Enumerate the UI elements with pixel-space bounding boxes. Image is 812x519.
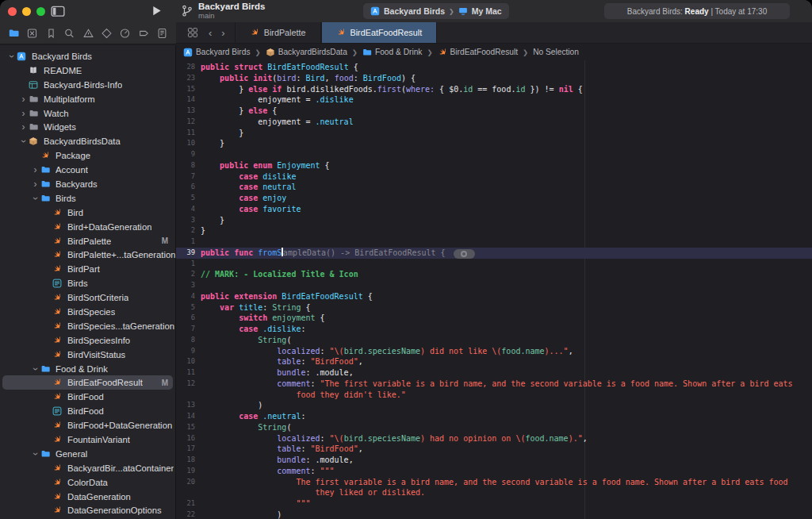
sidebar-item-package[interactable]: Package: [0, 148, 175, 163]
code-line[interactable]: 4public extension BirdEatFoodResult {: [176, 291, 812, 302]
sidebar-item-birdspeciesinfo[interactable]: BirdSpeciesInfo: [0, 333, 175, 348]
sidebar-item-backyard-birds[interactable]: ›Backyard Birds: [0, 49, 175, 63]
debug-navigator-icon[interactable]: [118, 26, 132, 40]
code-line[interactable]: 1: [176, 259, 812, 270]
code-line[interactable]: 2// MARK: - Localized Title & Icon: [176, 269, 812, 280]
related-items-icon[interactable]: [186, 26, 199, 40]
jump-bar-item-backyardbirdsdata[interactable]: BackyardBirdsData: [266, 48, 347, 57]
sidebar-item-account[interactable]: ›Account: [0, 163, 175, 177]
code-line[interactable]: they liked or disliked.: [176, 487, 812, 498]
tab-birdeatfoodresult[interactable]: BirdEatFoodResult: [321, 22, 438, 43]
sidebar-item-birdfood-datageneration[interactable]: BirdFood+DataGeneration: [0, 418, 175, 432]
bookmark-navigator-icon[interactable]: [44, 26, 58, 40]
sidebar-item-general[interactable]: ›General: [0, 447, 175, 461]
code-line[interactable]: 5 var title: String {: [176, 302, 812, 313]
sidebar-item-birdpalette-tageneration[interactable]: BirdPalette+...taGeneration: [0, 248, 175, 262]
activity-status[interactable]: Backyard Birds: Ready | Today at 17:30: [604, 3, 790, 19]
code-line[interactable]: 3: [176, 280, 812, 291]
scheme-name[interactable]: Backyard Birds: [384, 6, 445, 16]
sidebar-item-birdfood[interactable]: BirdFood: [0, 404, 175, 418]
sidebar-item-backyardbirdsdata[interactable]: ›BackyardBirdsData: [0, 134, 175, 148]
sidebar-item-birdspecies-tageneration[interactable]: BirdSpecies...taGeneration: [0, 319, 175, 333]
sidebar-item-birdpart[interactable]: BirdPart: [0, 262, 175, 276]
code-line[interactable]: 6 case neutral: [176, 182, 812, 193]
go-forward-button[interactable]: ›: [221, 27, 224, 39]
disclosure-chevron-icon[interactable]: ›: [18, 95, 29, 103]
code-line[interactable]: 18 bundle: .module,: [176, 455, 812, 466]
toggle-navigator-icon[interactable]: [51, 4, 65, 18]
issue-navigator-icon[interactable]: [82, 26, 95, 40]
code-line[interactable]: 14 case .neutral:: [176, 411, 812, 422]
sidebar-item-birds[interactable]: Birds: [0, 276, 175, 290]
code-line[interactable]: 7 case dislike: [176, 171, 812, 183]
minimize-window-button[interactable]: [22, 7, 31, 16]
sidebar-item-birdeatfoodresult[interactable]: BirdEatFoodResultM: [0, 375, 175, 390]
disclosure-chevron-icon[interactable]: ›: [32, 363, 40, 374]
code-line[interactable]: 15 String(: [176, 422, 812, 433]
sidebar-item-widgets[interactable]: ›Widgets: [0, 120, 175, 134]
sidebar-item-readme[interactable]: README: [0, 63, 175, 78]
code-line[interactable]: 20 The first variable is a bird name, an…: [176, 477, 812, 488]
disclosure-chevron-icon[interactable]: ›: [18, 123, 29, 131]
sidebar-item-bird[interactable]: Bird: [0, 206, 175, 220]
run-button[interactable]: [151, 5, 163, 17]
code-line[interactable]: 8 public enum Enjoyment {: [176, 160, 812, 171]
source-control-navigator-icon[interactable]: [25, 26, 39, 40]
code-line[interactable]: 22 ): [176, 509, 812, 519]
tab-birdpalette[interactable]: BirdPalette: [235, 22, 321, 43]
code-line[interactable]: 7 case .dislike:: [176, 324, 812, 335]
code-line[interactable]: 12 enjoyment = .neutral: [176, 117, 812, 128]
code-line[interactable]: 3 }: [176, 215, 812, 226]
code-line[interactable]: 10 }: [176, 138, 812, 149]
disclosure-chevron-icon[interactable]: ›: [30, 180, 40, 188]
code-line[interactable]: 9: [176, 149, 812, 160]
code-line[interactable]: 8 String(: [176, 335, 812, 346]
sidebar-item-datagenerationoptions[interactable]: DataGenerationOptions: [0, 504, 175, 518]
sidebar-item-food-drink[interactable]: ›Food & Drink: [0, 362, 175, 376]
code-line[interactable]: food they didn't like.": [176, 390, 812, 401]
code-line[interactable]: 2}: [176, 225, 812, 236]
sidebar-item-birdvisitstatus[interactable]: BirdVisitStatus: [0, 348, 175, 362]
sidebar-item-bird-datageneration[interactable]: Bird+DataGeneration: [0, 220, 175, 234]
code-line[interactable]: 6 switch enjoyment {: [176, 313, 812, 324]
code-line[interactable]: 11 }: [176, 128, 812, 139]
code-line[interactable]: 16 localized: "\(bird.speciesName) had n…: [176, 433, 812, 444]
code-line[interactable]: 13 ): [176, 400, 812, 411]
sidebar-item-watch[interactable]: ›Watch: [0, 106, 175, 121]
code-line[interactable]: 23 public init(bird: Bird, food: BirdFoo…: [176, 73, 812, 84]
code-line[interactable]: 14 enjoyment = .dislike: [176, 94, 812, 106]
sidebar-item-fountainvariant[interactable]: FountainVariant: [0, 432, 175, 447]
go-back-button[interactable]: ‹: [209, 27, 212, 39]
destination-name[interactable]: My Mac: [472, 6, 502, 16]
sidebar-item-birdfood[interactable]: BirdFood: [0, 390, 175, 404]
code-line[interactable]: 15 } else if bird.dislikedFoods.first(wh…: [176, 84, 812, 95]
sidebar-item-datageneration[interactable]: DataGeneration: [0, 490, 175, 504]
sidebar-item-backyardbir-atacontainer[interactable]: BackyardBir...ataContainer: [0, 461, 175, 475]
source-editor[interactable]: 28public struct BirdEatFoodResult {23 pu…: [176, 60, 812, 519]
sidebar-item-multiplatform[interactable]: ›Multiplatform: [0, 92, 175, 106]
completion-hint-pill[interactable]: [454, 249, 475, 259]
sidebar-item-birds[interactable]: ›Birds: [0, 191, 175, 206]
zoom-window-button[interactable]: [36, 7, 45, 16]
sidebar-item-birdsortcriteria[interactable]: BirdSortCriteria: [0, 290, 175, 305]
scheme-selector[interactable]: Backyard Birds ❯ My Mac: [363, 3, 509, 19]
sidebar-item-backyard-birds-info[interactable]: Backyard-Birds-Info: [0, 78, 175, 92]
code-line[interactable]: 19 comment: """: [176, 466, 812, 477]
code-line-current[interactable]: 39public func fromSampleData() -> BirdEa…: [176, 248, 812, 259]
disclosure-chevron-icon[interactable]: ›: [30, 166, 40, 174]
sidebar-item-backyards[interactable]: ›Backyards: [0, 177, 175, 191]
code-line[interactable]: 1: [176, 236, 812, 248]
code-line[interactable]: 28public struct BirdEatFoodResult {: [176, 62, 812, 73]
jump-bar-item-no-selection[interactable]: No Selection: [533, 48, 579, 56]
jump-bar-item-backyard-birds[interactable]: Backyard Birds: [183, 48, 251, 57]
sidebar-item-birdpalette[interactable]: BirdPaletteM: [0, 234, 175, 248]
find-navigator-icon[interactable]: [63, 26, 76, 40]
code-line[interactable]: 17 table: "BirdFood",: [176, 444, 812, 455]
close-window-button[interactable]: [8, 7, 17, 16]
breakpoint-navigator-icon[interactable]: [137, 26, 151, 40]
disclosure-chevron-icon[interactable]: ›: [32, 448, 40, 459]
code-line[interactable]: 5 case enjoy: [176, 193, 812, 204]
code-line[interactable]: 10 table: "BirdFood",: [176, 356, 812, 367]
disclosure-chevron-icon[interactable]: ›: [8, 51, 16, 61]
report-navigator-icon[interactable]: [155, 26, 169, 40]
